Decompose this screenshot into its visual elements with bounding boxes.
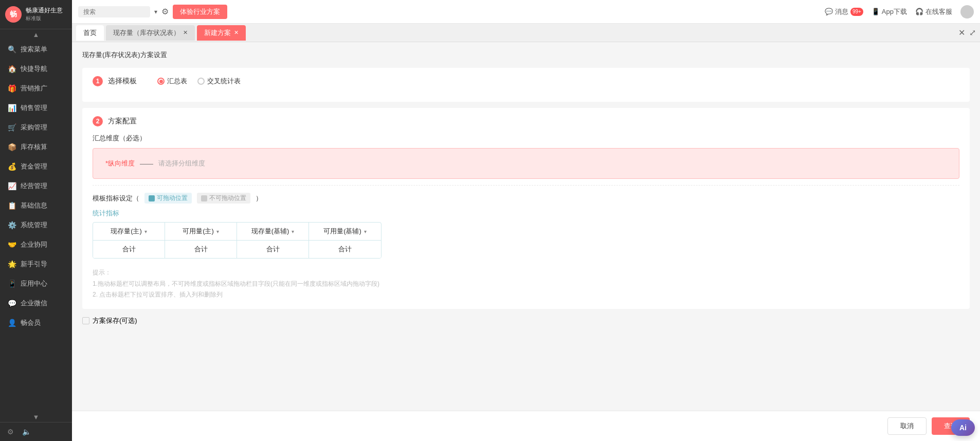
- tab-new-plan-close-icon[interactable]: ✕: [234, 29, 239, 36]
- step1-header: 1 选择模板 汇总表 交叉统计表: [93, 76, 959, 86]
- app-version: 标准版: [26, 15, 63, 22]
- speaker-icon[interactable]: 🔈: [22, 428, 31, 436]
- user-avatar[interactable]: [960, 5, 974, 19]
- topbar-settings-icon[interactable]: ⚙: [161, 7, 169, 16]
- dropdown-icon[interactable]: ▾: [154, 8, 157, 15]
- config-section: 汇总维度（必选） *纵向维度 —— 请选择分组维度 模板指标设定（ 可拖动位置: [93, 134, 959, 301]
- step2-section: 2 方案配置 汇总维度（必选） *纵向维度 —— 请选择分组维度 模板指标设定（…: [82, 108, 970, 309]
- dimension-required-text: *纵向维度: [105, 159, 135, 168]
- stats-col-1-footer: 合计: [194, 245, 208, 254]
- stats-col-2-header[interactable]: 现存量(基辅) ▾: [237, 223, 308, 241]
- indicator-not-draggable-tag: 不可拖动位置: [197, 193, 250, 204]
- indicator-not-draggable-label: 不可拖动位置: [209, 194, 246, 203]
- stats-section: 统计指标 现存量(主) ▾ 合计: [93, 209, 959, 260]
- sidebar-item-members[interactable]: 👤 畅会员: [0, 313, 72, 333]
- topbar: ▾ ⚙ 体验行业方案 💬 消息 99+ 📱 App下载 🎧 在线客服: [72, 0, 980, 24]
- sidebar-item-label: 营销推广: [21, 84, 47, 93]
- option-cross[interactable]: 交叉统计表: [197, 77, 241, 86]
- stats-col-3-body: 合计: [309, 241, 381, 258]
- stats-table-header-row: 现存量(主) ▾ 合计 可用量(主) ▾: [93, 223, 381, 258]
- stats-col-3: 可用量(基辅) ▾ 合计: [309, 223, 381, 258]
- tip-2: 2. 点击标题栏下拉可设置排序、插入列和删除列: [93, 289, 959, 301]
- sidebar-nav: 🔍 搜索菜单 🏠 快捷导航 🎁 营销推广 📊 销售管理 🛒 采购管理 📦 库存核…: [0, 40, 72, 412]
- stats-col-2: 现存量(基辅) ▾ 合计: [237, 223, 309, 258]
- stats-col-2-body: 合计: [237, 241, 308, 258]
- sidebar-item-finance[interactable]: 💰 资金管理: [0, 157, 72, 176]
- panel-close-icon[interactable]: ✕: [958, 28, 965, 38]
- business-icon: 📈: [7, 181, 16, 191]
- sidebar-item-new-guide[interactable]: 🌟 新手引导: [0, 254, 72, 274]
- app-download-label: App下载: [882, 7, 907, 16]
- search-input[interactable]: [78, 6, 150, 17]
- tab-inventory-status[interactable]: 现存量（库存状况表） ✕: [106, 25, 195, 41]
- save-option: 方案保存(可选): [82, 316, 970, 325]
- online-service-button[interactable]: 🎧 在线客服: [915, 7, 952, 16]
- indicator-settings-label: 模板指标设定（: [93, 194, 139, 203]
- tab-inventory-close-icon[interactable]: ✕: [183, 29, 188, 36]
- radio-cross-circle: [197, 78, 205, 85]
- sidebar-item-label: 企业协同: [21, 240, 47, 249]
- stats-col-3-footer: 合计: [338, 245, 352, 254]
- stats-col-1-header[interactable]: 可用量(主) ▾: [165, 223, 237, 241]
- logo-icon: 畅: [5, 6, 22, 23]
- step2-title: 方案配置: [108, 117, 137, 126]
- sidebar-item-sales[interactable]: 📊 销售管理: [0, 98, 72, 118]
- indicator-close-paren: ）: [256, 194, 262, 203]
- chevron-0-icon[interactable]: ▾: [144, 229, 147, 234]
- panel-expand-icon[interactable]: ⤢: [969, 28, 976, 38]
- sidebar-item-wechat[interactable]: 💬 企业微信: [0, 293, 72, 313]
- sidebar-item-label: 销售管理: [21, 103, 47, 113]
- save-checkbox[interactable]: [82, 317, 89, 324]
- dimension-area[interactable]: *纵向维度 —— 请选择分组维度: [93, 148, 959, 179]
- members-icon: 👤: [7, 318, 16, 327]
- tab-new-plan[interactable]: 新建方案 ✕: [197, 25, 246, 41]
- dimension-placeholder: 请选择分组维度: [158, 159, 205, 168]
- sidebar-item-label: 采购管理: [21, 123, 47, 132]
- message-button[interactable]: 💬 消息 99+: [825, 7, 863, 16]
- sidebar: 畅 畅康通好生意 标准版 ▲ 🔍 搜索菜单 🏠 快捷导航 🎁 营销推广 📊 销售…: [0, 0, 72, 441]
- dimension-section-label: 汇总维度（必选）: [93, 134, 959, 143]
- indicator-settings: 模板指标设定（ 可拖动位置 不可拖动位置 ）: [93, 193, 959, 204]
- message-label: 消息: [835, 7, 848, 16]
- option-summary[interactable]: 汇总表: [157, 77, 187, 86]
- chevron-2-icon[interactable]: ▾: [292, 229, 294, 234]
- app-download-button[interactable]: 📱 App下载: [872, 7, 907, 16]
- sidebar-item-basic-info[interactable]: 📋 基础信息: [0, 196, 72, 215]
- sales-icon: 📊: [7, 103, 16, 113]
- settings-icon[interactable]: ⚙: [7, 428, 14, 436]
- sidebar-item-cooperation[interactable]: 🤝 企业协同: [0, 235, 72, 254]
- sidebar-item-label: 基础信息: [21, 201, 47, 210]
- chevron-3-icon[interactable]: ▾: [364, 229, 367, 234]
- sidebar-item-system[interactable]: ⚙️ 系统管理: [0, 215, 72, 235]
- purchase-icon: 🛒: [7, 123, 16, 132]
- cancel-button[interactable]: 取消: [887, 417, 927, 435]
- sidebar-item-business[interactable]: 📈 经营管理: [0, 176, 72, 196]
- sidebar-item-app-center[interactable]: 📱 应用中心: [0, 274, 72, 293]
- divider1: [93, 185, 959, 186]
- sidebar-scroll-up[interactable]: ▲: [0, 29, 72, 40]
- stats-col-0-header[interactable]: 现存量(主) ▾: [93, 223, 165, 241]
- search-menu-icon: 🔍: [7, 45, 16, 54]
- save-option-label: 方案保存(可选): [93, 316, 137, 325]
- tab-home[interactable]: 首页: [76, 25, 104, 41]
- stats-col-0-footer: 合计: [122, 245, 136, 254]
- chevron-1-icon[interactable]: ▾: [216, 229, 219, 234]
- sidebar-scroll-down[interactable]: ▼: [0, 412, 72, 422]
- online-service-label: 在线客服: [925, 7, 952, 16]
- stats-table: 现存量(主) ▾ 合计 可用量(主) ▾: [93, 222, 382, 259]
- page-title: 现存量(库存状况表)方案设置: [82, 50, 970, 60]
- sidebar-item-label: 经营管理: [21, 181, 47, 191]
- stats-col-2-label: 现存量(基辅): [251, 227, 289, 236]
- sidebar-item-quick-nav[interactable]: 🏠 快捷导航: [0, 59, 72, 79]
- stats-col-3-header[interactable]: 可用量(基辅) ▾: [309, 223, 381, 241]
- new-guide-icon: 🌟: [7, 260, 16, 269]
- stats-col-1-body: 合计: [165, 241, 237, 258]
- ai-bubble[interactable]: Ai: [951, 419, 975, 436]
- sidebar-item-marketing[interactable]: 🎁 营销推广: [0, 79, 72, 98]
- sidebar-item-inventory[interactable]: 📦 库存核算: [0, 137, 72, 157]
- sidebar-item-search-menu[interactable]: 🔍 搜索菜单: [0, 40, 72, 59]
- step1-title: 选择模板: [108, 77, 137, 86]
- sidebar-item-purchase[interactable]: 🛒 采购管理: [0, 118, 72, 137]
- trial-industry-button[interactable]: 体验行业方案: [173, 5, 227, 19]
- sidebar-item-label: 资金管理: [21, 162, 47, 171]
